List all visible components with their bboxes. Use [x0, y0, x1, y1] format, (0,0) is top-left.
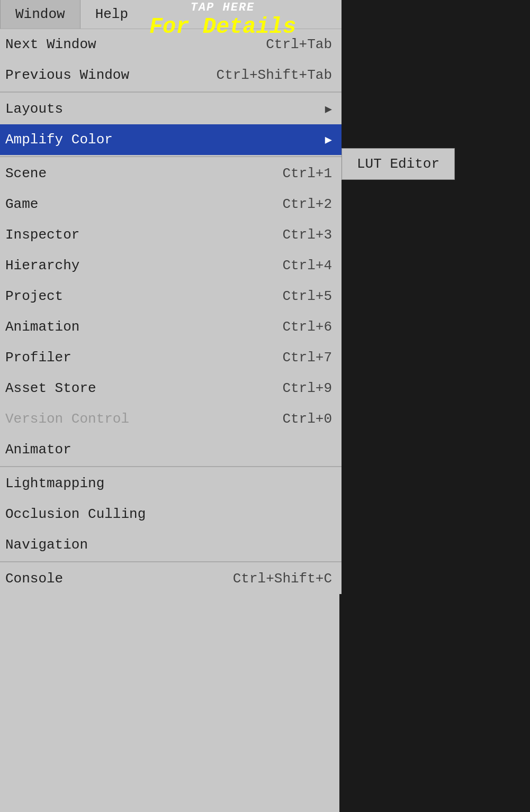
menu-item-inspector[interactable]: Inspector Ctrl+3 — [0, 220, 342, 250]
menu-item-amplify-color[interactable]: Amplify Color ▶ — [0, 124, 342, 155]
submenu-item-lut-editor-label: LUT Editor — [357, 156, 439, 172]
tab-help-label: Help — [95, 6, 128, 22]
menu-item-hierarchy[interactable]: Hierarchy Ctrl+4 — [0, 250, 342, 281]
menu-item-lightmapping[interactable]: Lightmapping — [0, 468, 342, 499]
tab-window-label: Window — [15, 6, 65, 22]
menu-item-navigation[interactable]: Navigation — [0, 530, 342, 560]
submenu-item-lut-editor[interactable]: LUT Editor — [342, 149, 454, 179]
menu-item-version-control: Version Control Ctrl+0 — [0, 404, 342, 434]
separator-3 — [0, 466, 342, 467]
menu-item-occlusion-culling[interactable]: Occlusion Culling — [0, 499, 342, 530]
separator-1 — [0, 92, 342, 93]
menu-item-project[interactable]: Project Ctrl+5 — [0, 281, 342, 312]
menu-item-asset-store[interactable]: Asset Store Ctrl+9 — [0, 373, 342, 404]
submenu-amplify-color: LUT Editor — [342, 148, 455, 180]
menu-item-previous-window[interactable]: Previous Window Ctrl+Shift+Tab — [0, 60, 342, 90]
menu-item-animation[interactable]: Animation Ctrl+6 — [0, 312, 342, 342]
tab-window[interactable]: Window — [0, 0, 80, 29]
menu-top-row: Window Help — [0, 0, 342, 29]
menu-item-game[interactable]: Game Ctrl+2 — [0, 189, 342, 220]
tab-help[interactable]: Help — [80, 0, 143, 29]
menu-item-next-window[interactable]: Next Window Ctrl+Tab — [0, 29, 342, 60]
menu-item-animator[interactable]: Animator — [0, 434, 342, 465]
menu-container: Window Help Next Window Ctrl+Tab Previou… — [0, 0, 342, 594]
menu-item-console[interactable]: Console Ctrl+Shift+C — [0, 563, 342, 594]
separator-2 — [0, 156, 342, 157]
dark-right-panel — [339, 0, 530, 812]
menu-item-scene[interactable]: Scene Ctrl+1 — [0, 158, 342, 189]
separator-4 — [0, 561, 342, 562]
menu-item-profiler[interactable]: Profiler Ctrl+7 — [0, 342, 342, 373]
menu-item-layouts[interactable]: Layouts ▶ — [0, 94, 342, 124]
